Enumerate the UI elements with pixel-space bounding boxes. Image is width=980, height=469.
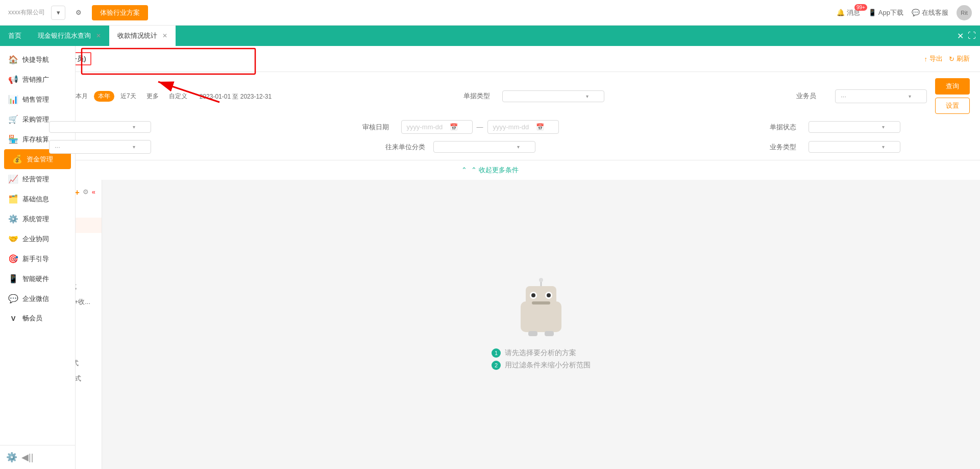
partner-cat-label: 往来单位分类 [385,143,425,152]
right-content: xxxx有限公司 ▾ ⚙ 体验行业方案 🔔 消息 99+ 📱 App下载 💬 在… [0,0,980,469]
messages-badge: 99+ [854,4,867,11]
empty-tips: 1 请先选择要分析的方案 2 用过滤条件来缩小分析范围 [492,345,591,373]
svg-rect-6 [532,301,550,304]
close-tab-collection[interactable]: ✕ [162,32,167,39]
purchase-icon: 🛒 [8,114,18,124]
messages-button[interactable]: 🔔 消息 99+ [837,8,860,17]
tab-cash-flow-label: 现金银行流水查询 [38,31,91,40]
collapse-icon: ⌃ [461,166,467,174]
maximize-icon[interactable]: ⛶ [968,31,976,41]
sidebar-item-member[interactable]: V 畅会员 [0,309,75,328]
doc-status-arrow: ▾ [882,124,885,130]
robot-svg [510,276,572,337]
page-title-actions: ↑ 导出 ↻ 刷新 [924,54,970,63]
svg-point-5 [547,293,551,297]
export-icon: ↑ [924,55,928,63]
date-tab-this-year[interactable]: 本年 [94,91,114,102]
settings-btn[interactable]: ⚙ [71,6,86,20]
scheme-collapse-icon[interactable]: « [92,188,95,197]
refresh-button[interactable]: ↻ 刷新 [949,54,970,63]
member-icon: V [8,315,18,322]
sidebar-item-operations[interactable]: 📈 经营管理 [0,169,75,189]
sidebar-item-nav[interactable]: 🏠 快捷导航 [0,50,75,69]
svg-rect-9 [528,331,537,336]
home-icon: 🏠 [8,55,18,64]
calendar-end-icon[interactable]: 📅 [536,123,544,131]
app-icon: 📱 [868,9,876,16]
filter-row-2: 部门 ▾ 审核日期 yyyy-mm-dd 📅 — [10,120,970,134]
collapse-bar[interactable]: ⌃ ⌃ 收起更多条件 [0,160,980,180]
partner-cat-select[interactable]: ▾ [433,141,535,153]
tab-home[interactable]: 首页 [0,26,30,46]
biz-type-select[interactable]: ▾ [808,141,900,153]
collapse-sidebar-icon[interactable]: ◀‍‌‌|| [21,452,33,463]
close-tab-cash-flow[interactable]: ✕ [96,32,101,39]
date-tab-more[interactable]: 更多 [142,91,163,102]
sidebar-item-sales[interactable]: 📊 销售管理 [0,89,75,109]
audit-date-start[interactable]: yyyy-mm-dd 📅 [401,120,473,134]
partner-select[interactable]: ··· ▾ [49,140,151,154]
set-button[interactable]: 设置 [935,98,970,114]
filter-row-1: 单据日期 上月 本月 本年 近7天 更多 自定义 2023-01-01 至 20… [10,78,970,114]
sidebar-item-guide[interactable]: 🎯 新手引导 [0,249,75,269]
trial-button[interactable]: 体验行业方案 [92,5,148,20]
header-right: 🔔 消息 99+ 📱 App下载 💬 在线客服 Rit [837,5,972,20]
export-button[interactable]: ↑ 导出 [924,54,943,63]
close-tab-icon[interactable]: ✕ [957,31,964,41]
tip-num-2: 2 [492,361,501,370]
sidebar-item-hardware[interactable]: 📱 智能硬件 [0,269,75,289]
query-button[interactable]: 查询 [935,78,970,95]
dept-select[interactable]: ▾ [49,121,151,133]
partner-cat-arrow: ▾ [517,144,520,150]
service-icon: 💬 [912,9,920,16]
svg-point-4 [531,293,535,297]
doc-type-select[interactable]: ▾ [502,90,604,102]
sidebar-item-system[interactable]: ⚙️ 系统管理 [0,209,75,229]
sidebar-item-wechat[interactable]: 💬 企业微信 [0,289,75,309]
audit-date-end[interactable]: yyyy-mm-dd 📅 [487,120,559,134]
partner-dots: ··· [55,143,60,151]
dept-arrow: ▾ [133,124,135,130]
hardware-icon: 📱 [8,274,18,284]
salesman-dots: ··· [841,92,846,100]
calendar-start-icon[interactable]: 📅 [450,123,458,131]
date-tab-custom[interactable]: 自定义 [165,91,191,102]
sidebar-item-basic-info[interactable]: 🗂️ 基础信息 [0,189,75,209]
wechat-icon: 💬 [8,294,18,303]
sidebar-item-enterprise[interactable]: 🤝 企业协同 [0,229,75,249]
tab-bar: 首页 现金银行流水查询 ✕ 收款情况统计 ✕ ✕ ⛶ [0,26,980,46]
system-icon: ⚙️ [8,214,18,224]
panel-and-data: 按以下方案查询 + ⚙ « ▼ 电脑端方案 [0,180,980,469]
sidebar-nav: 🔍 搜索菜单 🏠 快捷导航 📢 营销推广 📊 销售管理 🛒 采购管理 🏪 [0,26,75,445]
enterprise-icon: 🤝 [8,234,18,244]
scheme-settings-icon[interactable]: ⚙ [83,188,89,197]
app-download-button[interactable]: 📱 App下载 [868,8,903,17]
tab-collection-label: 收款情况统计 [117,31,157,40]
biz-type-label: 业务类型 [770,143,800,152]
settings-footer-icon[interactable]: ⚙️ [6,452,17,463]
refresh-icon: ↻ [949,55,954,63]
svg-point-8 [539,278,543,282]
audit-date-group: yyyy-mm-dd 📅 — yyyy-mm-dd 📅 [401,120,559,134]
page-title-bar: 收款情况统计(按业务员) ↑ 导出 ↻ 刷新 [0,46,980,72]
salesman-arrow: ▾ [909,93,911,99]
sidebar-footer: ⚙️ ◀‍‌‌|| [0,445,75,469]
date-range-display: 2023-01-01 至 2023-12-31 [200,92,272,101]
salesman-select[interactable]: ··· ▾ [835,89,927,103]
guide-icon: 🎯 [8,254,18,264]
finance-icon: 💰 [12,154,22,164]
date-tab-7days[interactable]: 近7天 [116,91,140,102]
user-avatar[interactable]: Rit [957,5,972,20]
tab-cash-flow[interactable]: 现金银行流水查询 ✕ [30,26,109,46]
svg-rect-10 [545,331,554,336]
salesman-filter-label: 业务员 [796,91,827,101]
doc-status-select[interactable]: ▾ [808,121,900,133]
empty-tip-1: 1 请先选择要分析的方案 [492,348,591,358]
tip-text-2: 用过滤条件来缩小分析范围 [505,361,591,370]
sidebar-item-marketing[interactable]: 📢 营销推广 [0,69,75,89]
audit-date-start-placeholder: yyyy-mm-dd [407,123,443,131]
service-button[interactable]: 💬 在线客服 [912,8,948,17]
doc-status-label: 单据状态 [770,123,800,132]
tab-collection[interactable]: 收款情况统计 ✕ [109,26,176,46]
breadcrumb-dropdown[interactable]: ▾ [51,6,65,20]
